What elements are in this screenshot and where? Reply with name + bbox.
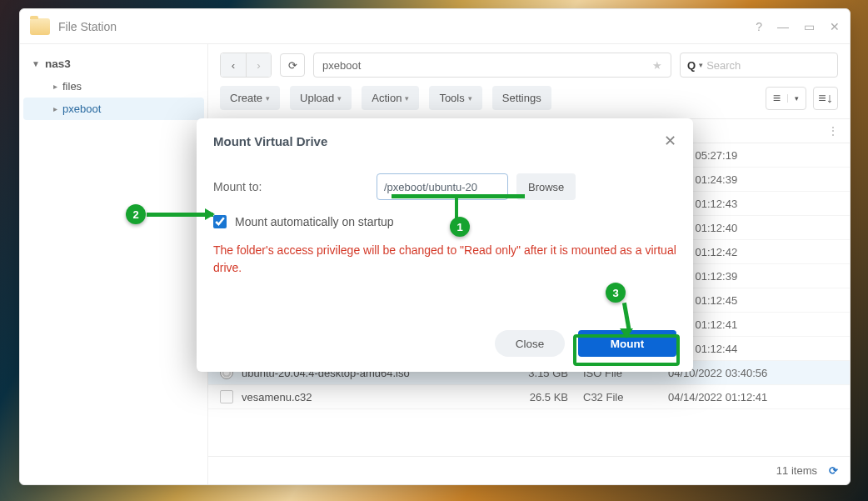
nav-back-button[interactable]: ‹ [221,53,246,77]
path-bar[interactable]: pxeboot ★ [313,53,671,78]
file-date: 2022 01:12:42 [668,246,838,258]
folder-icon [30,18,50,35]
file-date: 2022 01:12:41 [668,318,838,331]
nav-forward-button[interactable]: › [246,53,271,77]
path-text: pxeboot [322,59,361,72]
caret-down-icon: ▼ [32,59,40,68]
tools-button[interactable]: Tools▾ [429,86,481,110]
minimize-icon[interactable]: — [777,20,789,33]
file-date: 2022 01:12:45 [668,294,838,307]
window-title: File Station [58,20,117,33]
warning-text: The folder's access privilege will be ch… [213,242,676,277]
file-date: 2022 01:24:39 [668,173,838,186]
list-view-icon: ≡ [766,91,787,106]
item-count: 11 items [776,464,817,477]
dialog-close-button[interactable]: Close [495,330,565,357]
close-window-icon[interactable]: ✕ [830,20,840,33]
file-row[interactable]: vesamenu.c3226.5 KBC32 File04/14/2022 01… [208,385,850,409]
status-bar: 11 items ⟳ [208,456,850,484]
tree-root[interactable]: ▼ nas3 [23,53,204,75]
caret-right-icon: ▸ [53,82,57,91]
file-type: C32 File [568,391,668,403]
file-date: 04/14/2022 01:12:41 [668,391,838,403]
help-icon[interactable]: ? [756,20,762,33]
browse-button[interactable]: Browse [516,173,576,200]
file-name: vesamenu.c32 [242,391,493,403]
action-button[interactable]: Action▾ [362,86,419,110]
titlebar: File Station ? — ▭ ✕ [20,9,850,44]
dialog-close-icon[interactable]: ✕ [664,132,676,150]
maximize-icon[interactable]: ▭ [804,20,815,33]
sort-button[interactable]: ≡↓ [813,87,838,110]
search-box[interactable]: Q ▾ Search [680,53,838,78]
file-size: 26.5 KB [493,391,568,403]
auto-mount-label: Mount automatically on startup [235,215,394,228]
col-more-icon[interactable]: ⋮ [820,125,838,137]
settings-button[interactable]: Settings [492,86,551,110]
sort-icon: ≡↓ [818,91,832,106]
search-dropdown-icon[interactable]: ▾ [699,61,703,69]
file-date: 2022 01:12:43 [668,198,838,210]
file-date: 2022 01:12:39 [668,270,838,283]
mount-to-label: Mount to: [213,180,368,193]
star-icon[interactable]: ★ [652,59,662,72]
sidebar-item-label: pxeboot [62,103,101,115]
file-date: 04/10/2022 03:40:56 [668,367,838,379]
annotation-arrow-2 [147,213,213,217]
auto-mount-checkbox[interactable] [213,215,227,228]
upload-button[interactable]: Upload▾ [290,86,352,110]
refresh-icon[interactable]: ⟳ [829,464,838,477]
create-button[interactable]: Create▾ [220,86,280,110]
reload-button[interactable]: ⟳ [280,53,305,77]
nav-buttons: ‹ › [220,53,272,78]
view-dropdown-icon: ▾ [787,94,806,103]
search-placeholder: Search [706,59,741,72]
sidebar-item-pxeboot[interactable]: ▸pxeboot [23,98,204,120]
mount-virtual-drive-dialog: Mount Virtual Drive ✕ Mount to: Browse M… [197,118,693,372]
tree-root-label: nas3 [45,58,71,70]
annotation-underline-1 [392,194,525,198]
sidebar: ▼ nas3 ▸files▸pxeboot [20,44,208,484]
file-date: 2022 01:12:40 [668,222,838,234]
file-date: 2022 01:12:44 [668,343,838,355]
file-icon [220,390,233,403]
dialog-title: Mount Virtual Drive [213,134,327,148]
sidebar-item-label: files [62,80,82,93]
annotation-badge-3: 3 [606,283,626,303]
search-icon: Q [687,59,696,72]
annotation-badge-1: 1 [450,217,470,237]
view-toggle[interactable]: ≡▾ [766,87,806,110]
annotation-badge-2: 2 [126,204,146,224]
caret-right-icon: ▸ [53,104,57,113]
annotation-arrow-3-head [620,328,633,338]
sidebar-item-files[interactable]: ▸files [23,75,204,98]
file-date: 2022 05:27:19 [668,149,838,162]
